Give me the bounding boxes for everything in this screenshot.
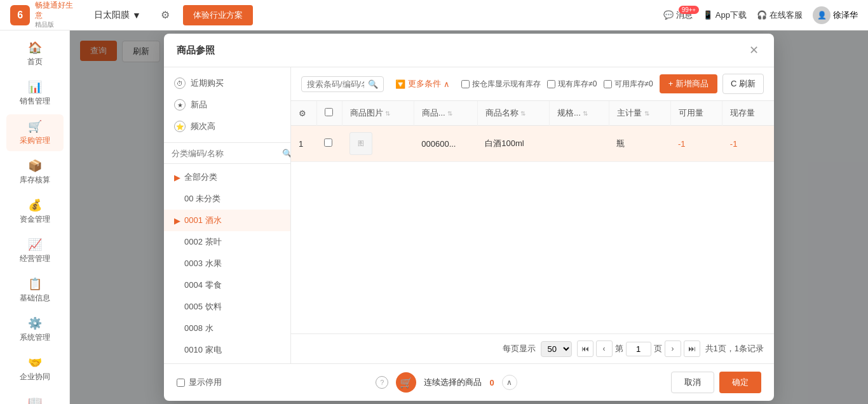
refresh-product-button[interactable]: C 刷新	[722, 74, 764, 94]
tab-recent[interactable]: ⏱ 近期购买	[164, 72, 290, 94]
footer-collapse-button[interactable]: ∧	[502, 375, 517, 390]
headset-icon: 🎧	[757, 10, 767, 20]
sidebar-item-basics[interactable]: 📋 基础信息	[6, 272, 64, 309]
sidebar-item-guide[interactable]: 📖 新手引导	[6, 390, 64, 404]
category-item-water[interactable]: 0008 水	[164, 318, 290, 339]
sidebar-label-collab: 企业协同	[20, 372, 50, 382]
col-image: 商品图片 ⇅	[342, 101, 414, 126]
row-stock: -1	[722, 126, 774, 162]
sidebar-item-inventory[interactable]: 📦 库存核算	[6, 154, 64, 191]
tab-frequent[interactable]: ⭐ 频次高	[164, 116, 290, 137]
cancel-button[interactable]: 取消	[671, 372, 714, 393]
message-icon: 💬	[663, 10, 674, 20]
cart-icon[interactable]: 🛒	[396, 372, 416, 393]
main-content: 查询 刷新 设置 商品参照 ✕ ⏱	[70, 30, 868, 404]
confirm-button[interactable]: 确定	[719, 372, 761, 393]
table-header-row: ⚙ 商品图片 ⇅ 商品... ⇅	[291, 101, 774, 126]
category-label-tea: 0002 茶叶	[174, 236, 222, 248]
modal-footer: 显示停用 ? 🛒 连续选择的商品 0 ∧ 取消 确定	[164, 363, 774, 401]
category-item-unclassified[interactable]: 00 未分类	[164, 188, 290, 210]
continuous-select-label: 连续选择的商品	[424, 377, 482, 388]
store-dropdown[interactable]: 日太阳膜 ▼	[88, 6, 147, 25]
right-panel: 🔍 🔽 更多条件 ∧ 按仓库显示现有库存	[291, 67, 774, 363]
checkbox-existing-stock-label: 现有库存≠0	[558, 79, 597, 90]
category-item-snacks[interactable]: 0004 零食	[164, 274, 290, 296]
category-search-input[interactable]	[172, 149, 278, 158]
col-code: 商品... ⇅	[414, 101, 477, 126]
sidebar-label-inventory: 库存核算	[20, 175, 50, 185]
sidebar-item-sales[interactable]: 📊 销售管理	[6, 75, 64, 112]
per-page-select[interactable]: 50	[541, 341, 572, 357]
product-toolbar: 🔍 🔽 更多条件 ∧ 按仓库显示现有库存	[291, 67, 774, 101]
row-select-checkbox[interactable]	[324, 138, 332, 147]
checkbox-warehouse-stock-input[interactable]	[461, 80, 470, 88]
toolbar-right: + 新增商品 C 刷新	[660, 74, 764, 94]
category-item-fruit[interactable]: 0003 水果	[164, 253, 290, 274]
purchase-icon: 🛒	[28, 119, 42, 133]
trial-button[interactable]: 体验行业方案	[183, 5, 253, 25]
col-checkbox[interactable]	[316, 101, 342, 126]
messages-button[interactable]: 💬 消息 99++	[663, 10, 693, 21]
category-item-all[interactable]: ▶ 全部分类	[164, 166, 290, 188]
new-tab-icon: ★	[174, 99, 186, 111]
table-row[interactable]: 1 图 000600...	[291, 126, 774, 162]
first-page-button[interactable]: ⏮	[577, 340, 593, 357]
product-search-icon[interactable]: 🔍	[368, 79, 378, 89]
tab-new[interactable]: ★ 新品	[164, 94, 290, 116]
system-icon: ⚙️	[28, 316, 42, 330]
logo-text: 畅捷通好生意	[35, 1, 80, 20]
user-avatar-area[interactable]: 👤 徐泽华	[813, 6, 858, 24]
sidebar-item-system[interactable]: ⚙️ 系统管理	[6, 311, 64, 348]
app-download-button[interactable]: 📱 App下载	[703, 10, 747, 21]
sidebar-item-purchase[interactable]: 🛒 采购管理	[6, 114, 64, 151]
app-layout: 🏠 首页 📊 销售管理 🛒 采购管理 📦 库存核算 💰 资金管理 📈 经营管理 …	[0, 30, 868, 404]
product-reference-modal: 商品参照 ✕ ⏱ 近期购买 ★ 新	[164, 34, 774, 401]
gear-button[interactable]: ⚙	[155, 5, 175, 25]
left-panel-tabs: ⏱ 近期购买 ★ 新品 ⭐ 频次高	[164, 67, 290, 143]
category-item-liquor[interactable]: ▶ 0001 酒水	[164, 210, 290, 231]
cart-count: 0	[489, 378, 494, 387]
col-available-label: 可用量	[679, 108, 703, 118]
filter-icon: 🔽	[395, 79, 405, 89]
sidebar-item-finance[interactable]: 💰 资金管理	[6, 193, 64, 230]
category-search-icon[interactable]: 🔍	[282, 149, 291, 158]
sidebar-item-operations[interactable]: 📈 经营管理	[6, 232, 64, 269]
checkbox-existing-stock-input[interactable]	[547, 80, 555, 88]
checkbox-warehouse-stock[interactable]: 按仓库显示现有库存	[461, 79, 541, 90]
category-label-electronics: 0010 家电	[174, 344, 222, 356]
home-icon: 🏠	[28, 41, 42, 55]
next-page-button[interactable]: ›	[665, 340, 681, 357]
modal-close-button[interactable]: ✕	[746, 43, 761, 58]
left-panel: ⏱ 近期购买 ★ 新品 ⭐ 频次高	[164, 67, 291, 363]
sort-icon-name: ⇅	[520, 110, 526, 117]
col-settings[interactable]: ⚙	[291, 101, 316, 126]
sidebar-label-operations: 经营管理	[20, 253, 50, 264]
display-disabled-checkbox-label[interactable]: 显示停用	[177, 377, 222, 388]
modal-header: 商品参照 ✕	[164, 34, 774, 67]
operations-icon: 📈	[28, 238, 42, 252]
help-icon[interactable]: ?	[376, 376, 388, 389]
recent-tab-label: 近期购买	[191, 77, 224, 89]
row-checkbox[interactable]	[316, 126, 342, 162]
display-disabled-checkbox[interactable]	[177, 379, 185, 387]
select-all-checkbox[interactable]	[325, 108, 333, 116]
category-item-tea[interactable]: 0002 茶叶	[164, 231, 290, 253]
prev-page-button[interactable]: ‹	[596, 340, 613, 357]
checkbox-available-stock[interactable]: 可用库存≠0	[604, 79, 653, 90]
filter-button[interactable]: 🔽 更多条件 ∧	[390, 76, 455, 92]
sidebar-item-home[interactable]: 🏠 首页	[6, 36, 64, 72]
service-button[interactable]: 🎧 在线客服	[757, 10, 803, 21]
category-item-drinks[interactable]: 0005 饮料	[164, 296, 290, 318]
category-item-electronics[interactable]: 0010 家电	[164, 339, 290, 361]
checkbox-existing-stock[interactable]: 现有库存≠0	[547, 79, 597, 90]
page-number-input[interactable]	[626, 342, 651, 356]
category-label-snacks: 0004 零食	[174, 279, 222, 291]
last-page-button[interactable]: ⏭	[684, 340, 700, 357]
col-available: 可用量	[670, 101, 722, 126]
filter-collapse-icon: ∧	[444, 79, 450, 89]
row-num: 1	[291, 126, 316, 162]
checkbox-available-stock-input[interactable]	[604, 80, 612, 88]
sidebar-item-collab[interactable]: 🤝 企业协同	[6, 351, 64, 387]
add-product-button[interactable]: + 新增商品	[660, 74, 717, 93]
product-search-input[interactable]	[307, 79, 364, 89]
